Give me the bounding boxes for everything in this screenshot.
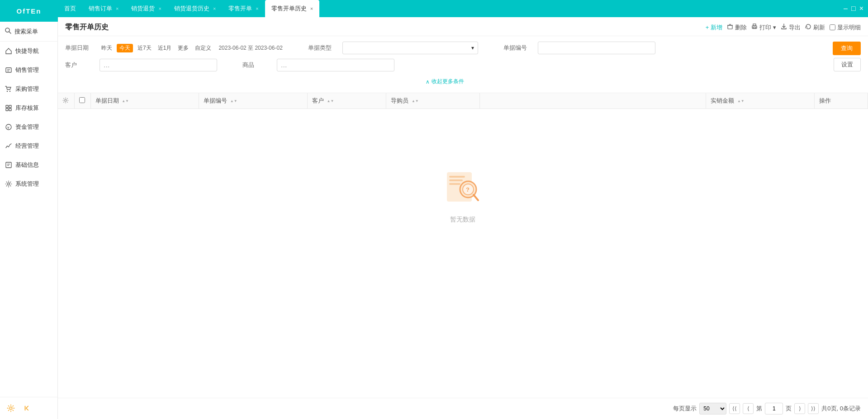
filter-row-1: 单据日期 昨天 今天 近7天 近1月 更多 自定义 2023-06-02 至 2…	[65, 42, 825, 54]
window-maximize[interactable]: □	[851, 5, 856, 13]
th-amount[interactable]: 实销金额 ▲▼	[706, 93, 815, 109]
show-detail-checkbox-label[interactable]: 显示明细	[830, 24, 861, 32]
th-date[interactable]: 单据日期 ▲▼	[90, 93, 199, 109]
page-last-btn[interactable]: ⟩⟩	[808, 403, 819, 414]
customer-dots: ...	[104, 61, 109, 69]
date-btn-today[interactable]: 今天	[117, 44, 133, 52]
sidebar-item-sys-mgmt[interactable]: 系统管理	[0, 174, 57, 193]
date-btn-7days[interactable]: 近7天	[136, 44, 153, 52]
tab-sales-return-close[interactable]: ×	[158, 6, 161, 11]
sort-customer-icon[interactable]: ▲▼	[327, 99, 334, 103]
goods-input-area[interactable]: ...	[277, 59, 394, 71]
page-next-btn[interactable]: ⟩	[794, 403, 805, 414]
th-salesperson[interactable]: 导购员 ▲▼	[386, 93, 480, 109]
print-icon	[751, 24, 758, 31]
svg-rect-7	[6, 105, 8, 108]
sidebar-item-finance[interactable]: ¥ 资金管理	[0, 118, 57, 137]
th-customer[interactable]: 客户 ▲▼	[307, 93, 386, 109]
print-button[interactable]: 打印 ▾	[751, 24, 776, 32]
svg-point-6	[9, 91, 10, 92]
doc-type-select[interactable]: ▾	[342, 42, 478, 54]
sidebar-item-sales-mgmt[interactable]: 销售管理	[0, 61, 57, 80]
per-page-label: 每页显示	[673, 405, 697, 413]
query-button[interactable]: 查询	[833, 42, 861, 55]
doc-type-dropdown-icon: ▾	[471, 45, 474, 51]
pagination: 每页显示 50 10 20 100 ⟨⟨ ⟨ 第 页 ⟩ ⟩⟩ 共0页, 0条记…	[58, 398, 868, 419]
date-btn-more[interactable]: 更多	[176, 44, 190, 52]
sort-docno-icon[interactable]: ▲▼	[230, 99, 237, 103]
svg-rect-2	[6, 68, 11, 72]
doc-no-input[interactable]	[538, 42, 655, 54]
sidebar-collapse-icon[interactable]	[21, 402, 33, 414]
window-minimize[interactable]: –	[844, 5, 848, 13]
tab-home[interactable]: 首页	[58, 0, 82, 17]
sidebar-item-purchase-mgmt[interactable]: 采购管理	[0, 80, 57, 99]
window-close[interactable]: ×	[859, 5, 863, 13]
search-icon	[5, 27, 12, 36]
filter-settings-button[interactable]: 设置	[834, 58, 861, 71]
th-docno[interactable]: 单据编号 ▲▼	[199, 93, 308, 109]
per-page-select[interactable]: 50 10 20 100	[699, 403, 726, 414]
page-first-btn[interactable]: ⟨⟨	[729, 403, 740, 414]
table-gear-icon[interactable]	[62, 98, 69, 105]
content-area: 零售开单历史 + 新增 删除 打印 ▾	[58, 17, 868, 419]
customer-input-area[interactable]: ...	[100, 59, 217, 71]
tab-retail-open-close[interactable]: ×	[256, 6, 258, 11]
doc-no-label: 单据编号	[503, 44, 531, 52]
tab-retail-open-history[interactable]: 零售开单历史 ×	[265, 0, 319, 17]
finance-icon: ¥	[5, 123, 13, 131]
tab-sales-order[interactable]: 销售订单 ×	[82, 0, 125, 17]
collapse-label: 收起更多条件	[432, 78, 464, 85]
tab-retail-open[interactable]: 零售开单 ×	[222, 0, 265, 17]
tab-retail-open-history-close[interactable]: ×	[310, 6, 313, 11]
th-amount-label: 实销金额	[711, 97, 734, 104]
page-number-input[interactable]	[765, 403, 783, 414]
sys-icon	[5, 180, 13, 188]
svg-rect-23	[753, 24, 756, 26]
page-prev-btn[interactable]: ⟨	[743, 403, 754, 414]
show-detail-checkbox[interactable]	[830, 24, 835, 30]
tab-sales-return[interactable]: 销货退货 ×	[125, 0, 167, 17]
tab-sales-return-label: 销货退货	[131, 5, 155, 13]
sort-amount-icon[interactable]: ▲▼	[737, 99, 745, 103]
tab-sales-order-close[interactable]: ×	[116, 6, 119, 11]
print-dropdown-icon[interactable]: ▾	[773, 24, 776, 31]
svg-text:¥: ¥	[7, 126, 9, 130]
sidebar: OfTEn 搜索采单 快捷导航 销售管理 采购管理 库存核算 ¥ 资金管理	[0, 0, 58, 419]
date-btn-1month[interactable]: 近1月	[156, 44, 174, 52]
empty-icon: ?	[440, 163, 485, 208]
refresh-button[interactable]: 刷新	[805, 24, 825, 32]
inventory-icon	[5, 104, 13, 112]
sidebar-item-inventory[interactable]: 库存核算	[0, 99, 57, 118]
sidebar-item-basic-info[interactable]: 基础信息	[0, 155, 57, 174]
delete-label: 删除	[735, 24, 747, 32]
date-btn-yesterday[interactable]: 昨天	[100, 44, 114, 52]
export-button[interactable]: 导出	[781, 24, 801, 32]
refresh-label: 刷新	[813, 24, 825, 32]
th-action-label: 操作	[819, 97, 831, 104]
tab-sales-return-history-close[interactable]: ×	[213, 6, 216, 11]
svg-line-1	[9, 32, 11, 33]
settings-gear-icon[interactable]	[5, 402, 17, 414]
sort-date-icon[interactable]: ▲▼	[122, 99, 129, 103]
sort-salesperson-icon[interactable]: ▲▼	[412, 99, 419, 103]
collapse-button[interactable]: ∧ 收起更多条件	[420, 76, 470, 87]
ops-icon	[5, 142, 13, 150]
add-button[interactable]: + 新增	[706, 24, 722, 32]
sidebar-item-ops[interactable]: 经营管理	[0, 137, 57, 155]
tab-sales-return-history[interactable]: 销货退货历史 ×	[168, 0, 222, 17]
th-settings[interactable]	[58, 93, 74, 109]
empty-text: 暂无数据	[450, 216, 475, 224]
delete-icon	[727, 24, 733, 31]
th-checkbox[interactable]	[74, 93, 90, 109]
th-salesperson-label: 导购员	[391, 97, 408, 104]
select-all-checkbox[interactable]	[79, 97, 85, 103]
svg-text:?: ?	[466, 186, 470, 193]
date-btn-custom[interactable]: 自定义	[193, 44, 213, 52]
sidebar-search[interactable]: 搜索采单	[0, 22, 57, 42]
sidebar-item-label: 基础信息	[15, 161, 39, 169]
sidebar-item-quick-nav[interactable]: 快捷导航	[0, 42, 57, 61]
svg-rect-10	[9, 108, 11, 111]
delete-button[interactable]: 删除	[727, 24, 747, 32]
sidebar-item-label: 销售管理	[15, 66, 39, 74]
